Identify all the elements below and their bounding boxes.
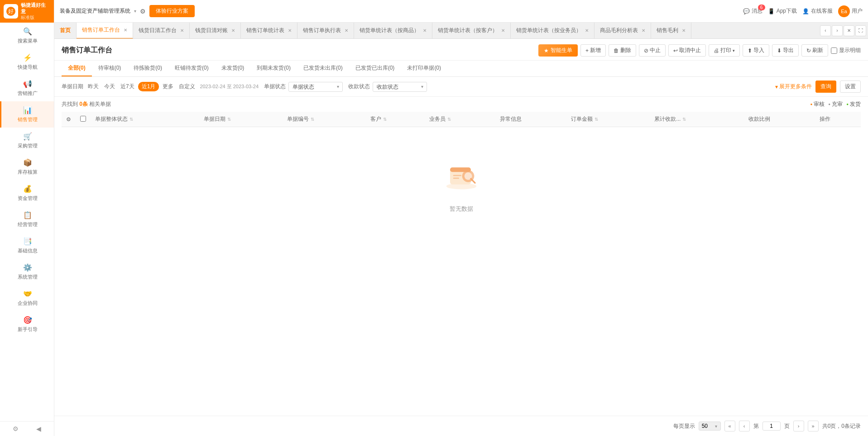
tab-close-sales-exec[interactable]: ✕	[345, 28, 348, 33]
print-btn[interactable]: 🖨 打印 ▾	[709, 44, 740, 57]
date-option-自定义[interactable]: 自定义	[177, 82, 197, 91]
user-btn[interactable]: Ea 用户	[838, 5, 863, 17]
filter-status-item: 单据状态 单据状态	[264, 82, 343, 92]
sidebar-item-operations[interactable]: 📋经营管理	[0, 206, 54, 232]
date-option-更多[interactable]: 更多	[161, 82, 175, 91]
sidebar-item-purchase[interactable]: 🛒采购管理	[0, 128, 54, 154]
refresh-btn[interactable]: ↻ 刷新	[801, 44, 828, 57]
export-btn[interactable]: ⬇ 导出	[772, 44, 799, 57]
tab-home[interactable]: 首页	[54, 23, 77, 39]
col-header-customer[interactable]: 客户⇅	[366, 112, 424, 127]
tab-close-product-margin[interactable]: ✕	[642, 28, 645, 33]
tab-close-sales-workbench[interactable]: ✕	[124, 28, 127, 33]
tab-close-sales-staff[interactable]: ✕	[585, 28, 589, 33]
date-option-今天[interactable]: 今天	[102, 82, 117, 91]
sidebar-collapse-icon[interactable]: ◀	[36, 425, 41, 432]
search-btn[interactable]: 查询	[815, 81, 836, 93]
tab-sales-customer[interactable]: 销货单统计表（按客户）✕	[432, 23, 511, 39]
sidebar-item-search[interactable]: 🔍搜索菜单	[0, 23, 54, 49]
date-option-昨天[interactable]: 昨天	[86, 82, 101, 91]
sidebar-icon-search: 🔍	[23, 27, 32, 36]
tab-maximize-btn[interactable]: ⛶	[855, 25, 866, 36]
payment-select[interactable]: 收款状态	[373, 82, 427, 92]
expand-btn[interactable]: ▾ 展开更多条件	[775, 83, 812, 90]
tab-close-cash-reconcile[interactable]: ✕	[231, 28, 235, 33]
industry-btn[interactable]: 体验行业方案	[149, 5, 195, 17]
select-all-checkbox[interactable]	[80, 116, 86, 122]
topbar-right: 💬 消息 6 📱 App下载 👤 在线客服 Ea 用户	[743, 5, 863, 17]
topbar-settings-icon[interactable]: ⚙	[140, 8, 146, 15]
last-page-btn[interactable]: »	[808, 421, 819, 431]
sidebar-item-cooperation[interactable]: 🤝企业协同	[0, 285, 54, 311]
page-input[interactable]	[762, 422, 781, 431]
col-header-date[interactable]: 单据日期⇅	[199, 112, 283, 127]
show-detail-checkbox[interactable]	[831, 47, 837, 54]
sidebar-item-finance[interactable]: 💰资金管理	[0, 180, 54, 206]
tab-close-sales-customer[interactable]: ✕	[501, 28, 505, 33]
tab-close-sales-stats[interactable]: ✕	[288, 28, 292, 33]
tab-product-margin[interactable]: 商品毛利分析表✕	[595, 23, 651, 39]
status-select[interactable]: 单据状态	[288, 82, 343, 92]
tab-next-btn[interactable]: ›	[832, 25, 843, 36]
ship-action[interactable]: 发货	[846, 100, 861, 108]
tab-cash-reconcile[interactable]: 钱货日清对账✕	[190, 23, 241, 39]
tab-close-cash-daily[interactable]: ✕	[180, 28, 184, 33]
date-option-近1月[interactable]: 近1月	[138, 82, 159, 91]
add-label: 新增	[590, 47, 601, 54]
prev-page-btn[interactable]: ‹	[739, 421, 750, 431]
col-header-salesperson[interactable]: 业务员⇅	[425, 112, 496, 127]
add-btn[interactable]: + 新增	[580, 44, 606, 57]
col-header-amount[interactable]: 订单金额⇅	[566, 112, 650, 127]
tab-sales-stats[interactable]: 销售订单统计表✕	[241, 23, 297, 39]
tab-close-sales-product[interactable]: ✕	[423, 28, 427, 33]
filter-settings-btn[interactable]: 设置	[840, 81, 861, 93]
delete-btn[interactable]: 🗑 删除	[609, 44, 636, 57]
subtab-pending-inspect[interactable]: 待拣验货(0)	[127, 61, 168, 76]
tab-close-all-btn[interactable]: ✕	[844, 25, 854, 36]
online-service-btn[interactable]: 👤 在线客服	[802, 7, 833, 15]
smart-gen-btn[interactable]: ★ 智能生单	[538, 44, 578, 57]
message-btn[interactable]: 💬 消息 6	[743, 7, 762, 15]
sidebar-item-basic-info[interactable]: 📑基础信息	[0, 232, 54, 259]
tab-sales-gross[interactable]: 销售毛利✕	[651, 23, 691, 39]
import-btn[interactable]: ⬆ 导入	[743, 44, 769, 57]
void-action[interactable]: 充审	[828, 100, 843, 108]
page-size-select[interactable]: 50 10 20 100	[699, 422, 721, 431]
sidebar-item-system[interactable]: ⚙️系统管理	[0, 259, 54, 285]
date-option-近7天[interactable]: 近7天	[119, 82, 136, 91]
tab-cash-daily[interactable]: 钱货日清工作台✕	[133, 23, 190, 39]
tab-close-sales-gross[interactable]: ✕	[682, 28, 686, 33]
sidebar-item-quick-nav[interactable]: ⚡快捷导航	[0, 49, 54, 75]
subtab-not-shipped[interactable]: 未发货(0)	[215, 61, 251, 76]
subtab-not-printed[interactable]: 未打印单据(0)	[401, 61, 447, 76]
col-header-collected[interactable]: 累计收款...⇅	[650, 112, 743, 127]
tab-sales-staff[interactable]: 销货单统计表（按业务员）✕	[511, 23, 595, 39]
cancel-stop-btn[interactable]: ↩ 取消中止	[668, 44, 706, 57]
stop-btn[interactable]: ⊘ 中止	[639, 44, 666, 57]
review-action[interactable]: 审核	[810, 100, 825, 108]
next-page-btn[interactable]: ›	[793, 421, 804, 431]
col-header-status[interactable]: 单据整体状态⇅	[91, 112, 199, 127]
export-icon: ⬇	[777, 47, 782, 54]
subtab-pending-review[interactable]: 待审核(0)	[92, 61, 128, 76]
sidebar-settings-icon[interactable]: ⚙	[13, 425, 19, 432]
subtab-wangpu-pending[interactable]: 旺铺待发货(0)	[168, 61, 215, 76]
app-download-btn[interactable]: 📱 App下载	[768, 7, 797, 15]
sidebar-item-inventory[interactable]: 📦库存核算	[0, 154, 54, 180]
sidebar-item-guide[interactable]: 🎯新手引导	[0, 311, 54, 337]
import-icon: ⬆	[748, 47, 752, 54]
logo-text: 畅捷通好生意 标准版	[21, 2, 50, 21]
settings-col-icon[interactable]: ⚙	[66, 116, 71, 123]
tab-prev-btn[interactable]: ‹	[820, 25, 831, 36]
sidebar-item-sales[interactable]: 📊销售管理	[0, 101, 54, 128]
subtab-all[interactable]: 全部(0)	[62, 61, 92, 76]
tab-sales-product[interactable]: 销货单统计表（按商品）✕	[354, 23, 432, 39]
col-header-number[interactable]: 单据编号⇅	[283, 112, 366, 127]
tab-sales-workbench[interactable]: 销售订单工作台✕	[77, 23, 133, 39]
subtab-shipped-not-warehoused[interactable]: 已发货未出库(0)	[297, 61, 349, 76]
tab-sales-exec[interactable]: 销售订单执行表✕	[297, 23, 354, 39]
subtab-overdue-not-shipped[interactable]: 到期未发货(0)	[250, 61, 297, 76]
first-page-btn[interactable]: «	[724, 421, 735, 431]
subtab-shipped-warehoused[interactable]: 已发货已出库(0)	[349, 61, 401, 76]
sidebar-item-marketing[interactable]: 📢营销推广	[0, 75, 54, 101]
